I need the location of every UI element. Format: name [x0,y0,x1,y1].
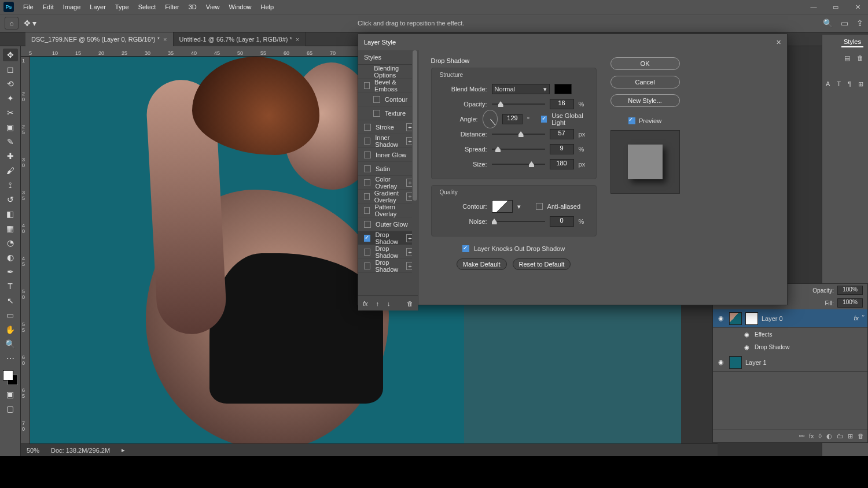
ok-button[interactable]: OK [610,57,680,70]
layer-name[interactable]: Layer 0 [762,315,783,322]
fill-value[interactable]: 100% [837,298,863,308]
angle-dial[interactable] [483,110,498,128]
history-brush-tool-icon[interactable]: ↺ [3,193,18,206]
visibility-icon[interactable]: ◉ [742,344,751,350]
preview-checkbox[interactable] [628,117,635,124]
panel-icon[interactable]: ¶ [848,80,851,88]
chevron-right-icon[interactable]: ▸ [122,446,125,454]
layer-name[interactable]: Layer 1 [745,359,767,366]
brush-tool-icon[interactable]: 🖌 [3,164,18,177]
style-row-pattern-overlay[interactable]: Pattern Overlay [358,204,418,217]
trash-icon[interactable]: 🗑 [407,300,413,307]
fx-icon[interactable]: fx [809,432,814,440]
tab-inactive[interactable]: Untitled-1 @ 66.7% (Layer 1, RGB/8#) * × [174,32,306,46]
spread-value[interactable]: 9 [550,144,574,154]
healing-tool-icon[interactable]: ✚ [3,150,18,162]
style-checkbox[interactable] [364,165,371,172]
blend-mode-select[interactable]: Normal▾ [492,84,550,94]
workspace-icon[interactable]: ▭ [841,19,848,28]
noise-slider[interactable] [492,217,545,225]
visibility-icon[interactable]: ◉ [742,331,751,338]
pen-tool-icon[interactable]: ✒ [3,265,18,278]
path-tool-icon[interactable]: ↖ [3,294,18,307]
search-icon[interactable]: 🔍 [823,19,833,28]
style-checkbox[interactable] [364,82,370,89]
style-checkbox[interactable] [364,138,370,145]
layer-row[interactable]: ◉ Layer 0 fx ˅ [713,309,867,328]
visibility-icon[interactable]: ◉ [716,358,726,366]
style-checkbox[interactable] [373,110,380,117]
menu-view[interactable]: View [201,3,225,10]
menu-3d[interactable]: 3D [184,3,201,10]
menu-window[interactable]: Window [224,3,256,10]
style-row-blending-options[interactable]: Blending Options [358,65,418,79]
style-row-drop-shadow[interactable]: Drop Shadow+ [358,231,418,245]
style-row-drop-shadow[interactable]: Drop Shadow+ [358,259,418,273]
window-close-icon[interactable]: ✕ [851,3,865,11]
tab-active[interactable]: DSC_1799.NEF @ 50% (Layer 0, RGB/16*) * … [25,32,174,46]
anti-aliased-checkbox[interactable] [536,203,543,210]
fx-badge[interactable]: fx ˅ [854,315,864,322]
link-icon[interactable]: ⚯ [799,432,804,440]
crop-tool-icon[interactable]: ✂ [3,106,18,119]
new-layer-icon[interactable]: ⊞ [848,432,853,440]
panel-icon[interactable]: ▤ [844,54,850,62]
layer-mask-thumb[interactable] [745,312,758,325]
style-checkbox[interactable] [364,221,371,228]
style-checkbox[interactable] [364,263,370,269]
mask-icon[interactable]: ◊ [819,432,822,440]
window-minimize-icon[interactable]: — [807,3,821,11]
style-checkbox[interactable] [364,193,370,200]
type-tool-icon[interactable]: T [3,280,18,293]
scrollbar[interactable] [412,50,418,295]
close-icon[interactable]: ✕ [776,39,781,46]
gradient-tool-icon[interactable]: ▦ [3,222,18,235]
shadow-color-swatch[interactable] [554,84,572,94]
window-maximize-icon[interactable]: ▭ [829,3,843,11]
style-row-inner-shadow[interactable]: Inner Shadow+ [358,134,418,148]
home-button[interactable]: ⌂ [5,17,19,29]
contour-picker[interactable] [492,200,513,213]
opacity-value[interactable]: 16 [550,99,574,109]
menu-help[interactable]: Help [256,3,279,10]
panel-icon[interactable]: T [837,80,841,88]
distance-value[interactable]: 57 [550,129,574,139]
frame-tool-icon[interactable]: ▣ [3,121,18,134]
opacity-slider[interactable] [492,100,545,108]
adjustment-icon[interactable]: ◐ [826,432,832,440]
cancel-button[interactable]: Cancel [610,76,680,88]
blur-tool-icon[interactable]: ◔ [3,236,18,249]
noise-value[interactable]: 0 [550,216,574,227]
layer-thumb[interactable] [729,312,742,325]
make-default-button[interactable]: Make Default [457,258,507,270]
style-checkbox[interactable] [364,151,371,158]
style-row-outer-glow[interactable]: Outer Glow [358,217,418,231]
eraser-tool-icon[interactable]: ◧ [3,208,18,220]
magic-wand-tool-icon[interactable]: ✦ [3,92,18,105]
panel-icon[interactable]: 🗑 [857,54,863,62]
share-icon[interactable]: ⇪ [856,19,863,28]
lasso-tool-icon[interactable]: ⟲ [3,77,18,90]
style-checkbox[interactable] [364,249,370,256]
trash-icon[interactable]: 🗑 [858,432,864,440]
dodge-tool-icon[interactable]: ◐ [3,251,18,264]
panel-icon[interactable]: ⊞ [858,80,863,88]
menu-file[interactable]: File [19,3,38,10]
style-checkbox[interactable] [364,179,370,186]
up-icon[interactable]: ↑ [376,300,380,307]
layer-row[interactable]: ◉ Layer 1 [713,353,867,372]
move-tool-icon[interactable]: ✥ [3,49,18,61]
style-checkbox[interactable] [373,96,380,103]
style-checkbox[interactable] [364,124,371,131]
menu-layer[interactable]: Layer [85,3,111,10]
folder-icon[interactable]: 🗀 [837,432,843,440]
close-icon[interactable]: × [296,36,299,43]
chevron-down-icon[interactable]: ▾ [517,203,521,210]
fg-color-swatch[interactable] [3,370,13,380]
styles-tab[interactable]: Styles [841,37,863,47]
menu-image[interactable]: Image [58,3,86,10]
clone-tool-icon[interactable]: ⟟ [3,179,18,191]
distance-slider[interactable] [492,130,545,138]
global-light-checkbox[interactable] [541,116,547,123]
style-row-bevel-emboss[interactable]: Bevel & Emboss [358,79,418,93]
